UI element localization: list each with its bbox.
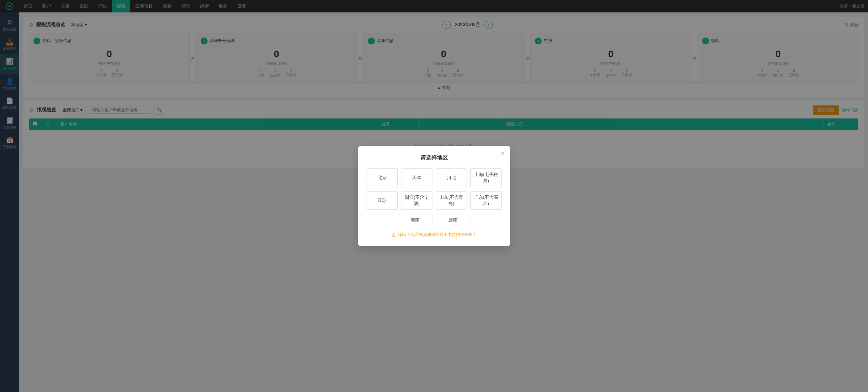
region-grid-row1: 北京 天津 河北 上海(电子税局) <box>367 168 502 187</box>
modal-overlay[interactable]: × 请选择地区 北京 天津 河北 上海(电子税局) 江苏 浙江(不含宁波) 山东… <box>0 0 868 392</box>
region-btn-shandong[interactable]: 山东(不含青岛) <box>436 191 467 210</box>
region-select-modal: × 请选择地区 北京 天津 河北 上海(电子税局) 江苏 浙江(不含宁波) 山东… <box>358 146 510 246</box>
region-btn-beijing[interactable]: 北京 <box>367 168 398 187</box>
region-btn-guangdong[interactable]: 广东(不含深圳) <box>470 191 502 210</box>
region-grid-row2: 江苏 浙江(不含宁波) 山东(不含青岛) 广东(不含深圳) <box>367 191 502 210</box>
region-btn-hebei[interactable]: 河北 <box>436 168 467 187</box>
region-btn-shanghai[interactable]: 上海(电子税局) <box>470 168 502 187</box>
modal-close-btn[interactable]: × <box>501 150 505 156</box>
region-grid-row3: 海南 云南 <box>367 214 502 226</box>
modal-warning: ⚠ 除以上地区外其他地区暂不支持报税检查！ <box>367 232 502 238</box>
region-btn-jiangsu[interactable]: 江苏 <box>367 191 398 210</box>
warning-icon: ⚠ <box>391 232 396 238</box>
region-btn-zhejiang[interactable]: 浙江(不含宁波) <box>401 191 432 210</box>
warning-text: 除以上地区外其他地区暂不支持报税检查！ <box>398 232 477 238</box>
region-btn-hainan[interactable]: 海南 <box>398 214 432 226</box>
modal-title: 请选择地区 <box>367 154 502 162</box>
region-btn-yunnan[interactable]: 云南 <box>436 214 470 226</box>
region-btn-tianjin[interactable]: 天津 <box>401 168 432 187</box>
